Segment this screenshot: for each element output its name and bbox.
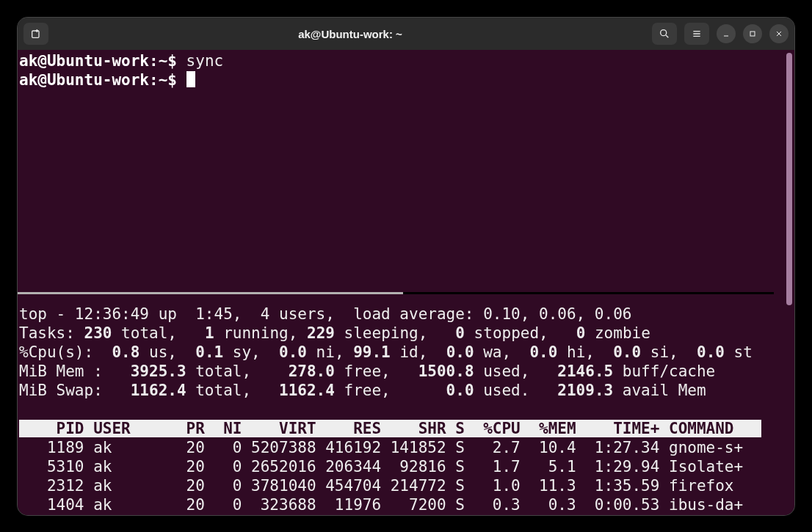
svg-rect-0	[32, 31, 39, 37]
svg-point-3	[661, 30, 667, 36]
window-title: ak@Ubuntu-work: ~	[54, 28, 646, 40]
terminal-window: ak@Ubuntu-work: ~ ak@Ubuntu-work:~$ sync…	[18, 18, 794, 515]
cursor	[186, 71, 195, 87]
menu-button[interactable]	[684, 23, 709, 45]
svg-line-4	[666, 35, 668, 37]
scrollbar-thumb[interactable]	[786, 53, 792, 305]
scrollbar[interactable]	[786, 53, 793, 512]
terminal-pane-top[interactable]: ak@Ubuntu-work:~$ sync ak@Ubuntu-work:~$	[18, 50, 784, 91]
process-row: 1189 ak 20 0 5207388 416192 141852 S 2.7…	[19, 439, 743, 456]
process-row: 2312 ak 20 0 3781040 454704 214772 S 1.0…	[19, 477, 734, 495]
terminal-area[interactable]: ak@Ubuntu-work:~$ sync ak@Ubuntu-work:~$…	[18, 50, 794, 515]
close-button[interactable]	[769, 24, 789, 43]
process-row: 1404 ak 20 0 323688 11976 7200 S 0.3 0.3…	[19, 496, 743, 514]
top-header-row: PID USER PR NI VIRT RES SHR S %CPU %MEM …	[19, 420, 761, 437]
svg-rect-9	[750, 32, 755, 36]
titlebar-right-controls	[652, 23, 789, 45]
maximize-button[interactable]	[743, 24, 762, 43]
prompt-suffix: :~$	[149, 52, 177, 70]
new-tab-button[interactable]	[23, 23, 48, 45]
process-row: 5310 ak 20 0 2652016 206344 92816 S 1.7 …	[19, 458, 743, 475]
prompt-userhost: ak@Ubuntu-work	[19, 71, 149, 89]
prompt-userhost: ak@Ubuntu-work	[19, 52, 149, 70]
minimize-button[interactable]	[717, 24, 736, 43]
terminal-pane-bottom[interactable]: top - 12:36:49 up 1:45, 4 users, load av…	[18, 294, 784, 515]
shell-command: sync	[186, 52, 224, 70]
titlebar: ak@Ubuntu-work: ~	[18, 18, 794, 50]
search-button[interactable]	[652, 23, 677, 45]
prompt-suffix: :~$	[149, 71, 177, 89]
